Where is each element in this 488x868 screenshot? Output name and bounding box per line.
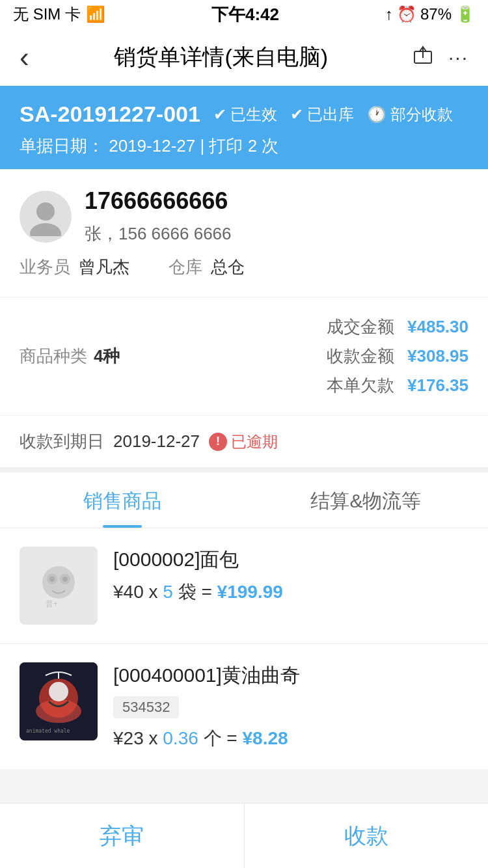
svg-point-12 (36, 699, 81, 723)
share-icon[interactable] (413, 45, 433, 69)
customer-phone: 17666666666 (85, 187, 232, 215)
overdue-icon: ! (209, 433, 227, 451)
badge-shipped: ✔ 已出库 (290, 104, 354, 125)
salesperson-item: 业务员 曾凡杰 (20, 256, 129, 278)
back-button[interactable]: ‹ (20, 41, 29, 74)
svg-point-8 (62, 576, 68, 582)
clock-icon: 🕐 (367, 105, 386, 124)
svg-point-2 (36, 202, 55, 221)
amount-stats: 成交金额 ¥485.30 收款金额 ¥308.95 本单欠款 ¥176.35 (327, 316, 468, 397)
more-icon[interactable]: ··· (448, 46, 468, 68)
product-name-2: [000400001]黄油曲奇 (113, 662, 468, 689)
product-card-2: animated whale [000400001]黄油曲奇 534532 ¥2… (0, 644, 488, 769)
status-time: 下午4:42 (211, 3, 279, 26)
received-row: 收款金额 ¥308.95 (327, 345, 468, 368)
svg-point-3 (30, 223, 61, 236)
svg-text:animated whale: animated whale (26, 728, 70, 734)
pay-button[interactable]: 收款 (245, 804, 489, 868)
product-price-2: ¥23 x 0.36 个 = ¥8.28 (113, 726, 468, 751)
due-date-section: 收款到期日 2019-12-27 ! 已逾期 (0, 416, 488, 472)
category-value: 4种 (94, 345, 120, 368)
order-header: SA-20191227-001 ✔ 已生效 ✔ 已出库 🕐 部分收款 单据日期：… (0, 86, 488, 169)
product-card-1: 普+ [0000002]面包 ¥40 x 5 袋 = ¥199.99 (0, 528, 488, 643)
carrier-text: 无 SIM 卡 (13, 4, 81, 25)
product-qty-2: 0.36 (163, 728, 198, 748)
check-icon-2: ✔ (290, 105, 303, 124)
product-name-1: [0000002]面包 (113, 547, 468, 573)
cancel-review-button[interactable]: 弃审 (0, 804, 245, 868)
badge-effective: ✔ 已生效 (213, 104, 277, 125)
stats-section: 商品种类 4种 成交金额 ¥485.30 收款金额 ¥308.95 本单欠款 ¥… (0, 297, 488, 416)
svg-text:普+: 普+ (46, 599, 58, 608)
product-price-1: ¥40 x 5 袋 = ¥199.99 (113, 580, 468, 604)
product-info-1: [0000002]面包 ¥40 x 5 袋 = ¥199.99 (113, 547, 468, 604)
check-icon: ✔ (213, 105, 226, 124)
category-stats: 商品种类 4种 (20, 316, 120, 397)
product-total-1: ¥199.99 (217, 582, 283, 602)
product-thumb-1: 普+ (20, 547, 98, 625)
salesperson-value: 曾凡杰 (79, 257, 129, 277)
debt-row: 本单欠款 ¥176.35 (327, 374, 468, 397)
amount-row: 成交金额 ¥485.30 (327, 316, 468, 338)
overdue-badge: ! 已逾期 (209, 431, 278, 452)
location-icon: ↑ (385, 5, 393, 23)
svg-point-13 (49, 682, 68, 701)
product-thumb-2: animated whale (20, 662, 98, 740)
page-title: 销货单详情(来自电脑) (114, 42, 328, 72)
status-bar: 无 SIM 卡 📶 下午4:42 ↑ ⏰ 87% 🔋 (0, 0, 488, 29)
product-info-2: [000400001]黄油曲奇 534532 ¥23 x 0.36 个 = ¥8… (113, 662, 468, 751)
wifi-icon: 📶 (86, 5, 105, 23)
customer-meta: 业务员 曾凡杰 仓库 总仓 (20, 256, 468, 278)
svg-point-7 (49, 576, 55, 582)
nav-bar: ‹ 销货单详情(来自电脑) ··· (0, 29, 488, 86)
status-left: 无 SIM 卡 📶 (13, 4, 105, 25)
amount-value: ¥485.30 (407, 317, 468, 337)
nav-actions: ··· (413, 45, 468, 69)
battery-icon: 🔋 (455, 5, 475, 23)
order-date-row: 单据日期： 2019-12-27 | 打印 2 次 (20, 135, 468, 157)
overdue-text: 已逾期 (231, 431, 278, 452)
warehouse-value: 总仓 (211, 257, 245, 277)
tabs-section: 销售商品 结算&物流等 (0, 472, 488, 528)
alarm-icon: ⏰ (397, 5, 416, 23)
due-date-value: 2019-12-27 (113, 431, 200, 452)
tab-sales-items[interactable]: 销售商品 (0, 472, 244, 528)
badge-partial: 🕐 部分收款 (367, 104, 453, 125)
customer-name: 张，156 6666 6666 (85, 223, 232, 245)
status-right: ↑ ⏰ 87% 🔋 (385, 5, 475, 23)
product-qty-1: 5 (163, 582, 173, 602)
battery-text: 87% (420, 5, 452, 23)
warehouse-item: 仓库 总仓 (169, 256, 245, 278)
product-sku-2: 534532 (113, 696, 179, 718)
tab-settlement[interactable]: 结算&物流等 (244, 472, 488, 528)
received-value: ¥308.95 (407, 346, 468, 366)
order-id: SA-20191227-001 (20, 102, 200, 127)
avatar (20, 191, 72, 243)
bottom-bar: 弃审 收款 (0, 803, 488, 868)
customer-info: 17666666666 张，156 6666 6666 (85, 187, 232, 245)
products-section: 普+ [0000002]面包 ¥40 x 5 袋 = ¥199.99 (0, 528, 488, 769)
product-total-2: ¥8.28 (242, 728, 288, 748)
customer-section: 17666666666 张，156 6666 6666 业务员 曾凡杰 仓库 总… (0, 169, 488, 297)
debt-value: ¥176.35 (407, 375, 468, 396)
